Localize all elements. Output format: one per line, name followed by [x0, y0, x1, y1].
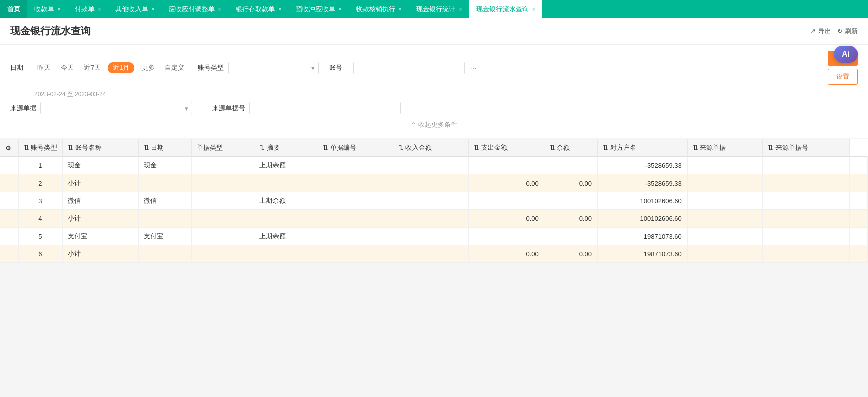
col-expense[interactable]: ⇅ 支出金额: [469, 139, 544, 157]
table-cell: 上期余额: [254, 157, 317, 174]
row-gear-cell: [0, 157, 18, 174]
nav-item-bank-deposit[interactable]: 银行存取款单 ×: [229, 0, 289, 18]
table-cell: [317, 192, 393, 210]
col-summary-sort: ⇅: [259, 144, 265, 151]
table-cell: 1: [18, 157, 63, 174]
col-date-label: 日期: [151, 144, 164, 151]
nav-item-other-income[interactable]: 其他收入单 ×: [108, 0, 162, 18]
col-summary[interactable]: ⇅ 摘要: [254, 139, 317, 157]
table-cell: [393, 228, 469, 245]
nav-close-cash-flow[interactable]: ×: [532, 0, 535, 18]
nav-item-cash-stats[interactable]: 现金银行统计 ×: [409, 0, 469, 18]
col-date-sort: ⇅: [144, 144, 149, 151]
table-row[interactable]: 3微信微信上期余额100102606.60: [0, 192, 868, 210]
table-cell: 现金: [138, 157, 191, 174]
table-cell: [544, 157, 597, 174]
table-cell: [191, 174, 254, 192]
export-button[interactable]: ↗ 导出: [810, 27, 831, 36]
nav-item-ar-ap-adjust[interactable]: 应收应付调整单 ×: [162, 0, 229, 18]
nav-item-payment[interactable]: 付款单 ×: [68, 0, 108, 18]
account-input[interactable]: [353, 62, 465, 74]
nav-label-payment: 付款单: [75, 0, 95, 18]
col-balance[interactable]: ⇅ 余额: [544, 139, 597, 157]
table-row[interactable]: 2小计0.000.00-3528659.33: [0, 174, 868, 192]
nav-close-prepaid[interactable]: ×: [338, 0, 342, 18]
table-row[interactable]: 4小计0.000.00100102606.60: [0, 210, 868, 228]
table-cell: [254, 245, 317, 263]
nav-close-cash-stats[interactable]: ×: [459, 0, 462, 18]
nav-close-receipt[interactable]: ×: [57, 0, 61, 18]
table-cell: [469, 157, 544, 174]
col-settings[interactable]: ⚙: [0, 139, 18, 157]
nav-item-home[interactable]: 首页: [0, 0, 27, 18]
table-cell: 0.00: [544, 210, 597, 228]
col-doc-num[interactable]: ⇅ 单据编号: [317, 139, 393, 157]
nav-label-receipt-verify: 收款核销执行: [356, 0, 395, 18]
nav-close-bank-deposit[interactable]: ×: [278, 0, 282, 18]
table-cell: 小计: [63, 174, 139, 192]
col-income[interactable]: ⇅ 收入金额: [393, 139, 469, 157]
col-counterparty[interactable]: ⇅ 对方户名: [597, 139, 687, 157]
date-btn-more[interactable]: 更多: [139, 62, 158, 73]
nav-close-receipt-verify[interactable]: ×: [398, 0, 402, 18]
table-cell: [393, 245, 469, 263]
refresh-icon: ↻: [837, 27, 843, 35]
table-cell: [469, 228, 544, 245]
date-btn-yesterday[interactable]: 昨天: [34, 62, 54, 73]
nav-item-receipt[interactable]: 收款单 ×: [27, 0, 68, 18]
date-options: 昨天 今天 近7天 近1月 更多 自定义: [34, 62, 188, 73]
nav-item-prepaid[interactable]: 预收冲应收单 ×: [289, 0, 349, 18]
col-date[interactable]: ⇅ 日期: [138, 139, 191, 157]
date-filter-field: 日期 昨天 今天 近7天 近1月 更多 自定义: [10, 62, 188, 73]
table-cell: 0.00: [469, 210, 544, 228]
col-doc-num-label: 单据编号: [330, 144, 356, 151]
account-type-select[interactable]: [228, 62, 319, 74]
col-account-name-sort: ⇅: [68, 144, 73, 151]
collapse-bar[interactable]: ⌃ 收起更多条件: [10, 118, 858, 131]
table-cell: [317, 228, 393, 245]
table-cell: [191, 192, 254, 210]
filter-section: 日期 昨天 今天 近7天 近1月 更多 自定义 账号类型 账号 ···: [0, 45, 868, 138]
table-cell: [687, 228, 763, 245]
table-cell: 现金: [63, 157, 139, 174]
nav-close-ar-ap-adjust[interactable]: ×: [218, 0, 221, 18]
table-cell: [254, 174, 317, 192]
ai-badge[interactable]: Ai: [834, 46, 858, 63]
col-account-type[interactable]: ⇅ 账号类型: [18, 139, 63, 157]
refresh-button[interactable]: ↻ 刷新: [837, 27, 858, 36]
table-cell: 6: [18, 245, 63, 263]
table-cell: [254, 210, 317, 228]
table-cell: 微信: [63, 192, 139, 210]
collapse-label: 收起更多条件: [418, 120, 458, 129]
nav-close-other-income[interactable]: ×: [151, 0, 155, 18]
table-cell: 0.00: [469, 245, 544, 263]
date-btn-today[interactable]: 今天: [58, 62, 77, 73]
date-range-text: 2023-02-24 至 2023-03-24: [34, 91, 106, 98]
table-cell: 5: [18, 228, 63, 245]
row-gear-cell: [0, 245, 18, 263]
table-cell: [687, 174, 763, 192]
nav-label-other-income: 其他收入单: [115, 0, 148, 18]
date-btn-7days[interactable]: 近7天: [81, 62, 104, 73]
account-ellipsis[interactable]: ···: [469, 62, 478, 74]
col-source-doc-num[interactable]: ⇅ 来源单据号: [763, 139, 850, 157]
col-doc-num-sort: ⇅: [323, 144, 328, 151]
table-row[interactable]: 6小计0.000.0019871073.60: [0, 245, 868, 263]
source-doc-label: 来源单据: [10, 104, 36, 113]
col-source-doc[interactable]: ⇅ 来源单据: [687, 139, 763, 157]
col-account-name[interactable]: ⇅ 账号名称: [63, 139, 139, 157]
date-btn-1month[interactable]: 近1月: [108, 62, 134, 73]
gear-icon[interactable]: ⚙: [5, 144, 11, 152]
table-row[interactable]: 1现金现金上期余额-3528659.33: [0, 157, 868, 174]
table-cell: [687, 245, 763, 263]
table-row[interactable]: 5支付宝支付宝上期余额19871073.60: [0, 228, 868, 245]
source-doc-select[interactable]: [40, 102, 192, 114]
nav-item-cash-flow[interactable]: 现金银行流水查询 ×: [469, 0, 542, 18]
nav-item-receipt-verify[interactable]: 收款核销执行 ×: [349, 0, 409, 18]
table-cell: 3: [18, 192, 63, 210]
settings-button[interactable]: 设置: [828, 69, 858, 85]
source-doc-num-input[interactable]: [249, 102, 401, 114]
col-source-doc-label: 来源单据: [700, 144, 726, 151]
date-btn-custom[interactable]: 自定义: [162, 62, 188, 73]
nav-close-payment[interactable]: ×: [98, 0, 101, 18]
